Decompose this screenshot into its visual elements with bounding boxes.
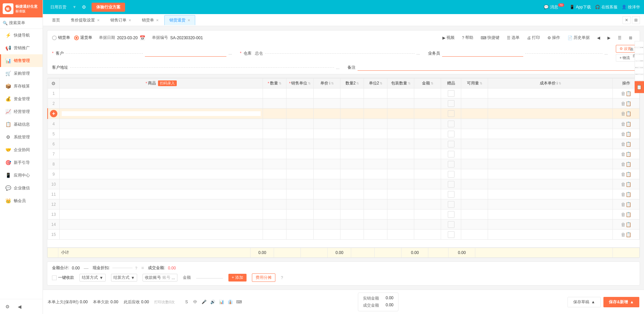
unit2-cell[interactable] bbox=[364, 159, 387, 169]
cost-price-cell[interactable] bbox=[488, 179, 613, 189]
pack-qty-cell[interactable] bbox=[387, 149, 414, 159]
amount-cell[interactable] bbox=[414, 99, 441, 109]
product-cell[interactable] bbox=[60, 179, 263, 189]
amount-cell[interactable] bbox=[414, 189, 441, 199]
qty-cell[interactable] bbox=[263, 109, 286, 119]
amount-cell[interactable] bbox=[414, 129, 441, 139]
gift-checkbox[interactable] bbox=[448, 221, 454, 228]
available-cell[interactable] bbox=[461, 109, 488, 119]
qty-cell[interactable] bbox=[263, 179, 286, 189]
discount-input[interactable] bbox=[112, 268, 132, 268]
cost-price-cell[interactable] bbox=[488, 109, 613, 119]
sidebar-item-basics[interactable]: 📋 基础信息 bbox=[0, 118, 43, 131]
customer-input[interactable] bbox=[145, 50, 226, 57]
unit2-cell[interactable] bbox=[364, 129, 387, 139]
amount-cell[interactable] bbox=[414, 169, 441, 179]
qty-cell[interactable] bbox=[263, 169, 286, 179]
account-select[interactable]: 收款账号 账号 ... bbox=[143, 274, 177, 281]
account-dotted-btn[interactable]: ... bbox=[172, 275, 175, 280]
unit-cell[interactable] bbox=[286, 88, 314, 99]
cost-price-cell[interactable] bbox=[488, 169, 613, 179]
gift-checkbox[interactable] bbox=[448, 211, 454, 218]
qty2-sort-icon[interactable]: ⇅ bbox=[356, 81, 359, 85]
save-draft-btn[interactable]: 保存草稿 ▲ bbox=[568, 297, 601, 307]
pack-qty-cell[interactable] bbox=[387, 199, 414, 209]
amount-cell[interactable] bbox=[414, 179, 441, 189]
qty-cell[interactable] bbox=[263, 189, 286, 199]
available-cell[interactable] bbox=[461, 139, 488, 149]
cost-price-cell[interactable] bbox=[488, 159, 613, 169]
cost-price-cell[interactable] bbox=[488, 99, 613, 109]
qty2-cell[interactable] bbox=[340, 109, 364, 119]
amount-cell[interactable] bbox=[414, 209, 441, 219]
gift-checkbox[interactable] bbox=[448, 131, 454, 137]
delete-icon[interactable]: 🗑 bbox=[621, 121, 626, 127]
gift-cell[interactable] bbox=[441, 88, 461, 99]
logistics-btn[interactable]: + 物流 bbox=[616, 54, 635, 62]
available-cell[interactable] bbox=[461, 159, 488, 169]
settings-btn[interactable]: ⚙ 设置 bbox=[616, 45, 635, 53]
qty-cell[interactable] bbox=[263, 149, 286, 159]
unit2-cell[interactable] bbox=[364, 230, 387, 240]
copy-icon[interactable]: 📋 bbox=[626, 182, 631, 187]
gift-checkbox[interactable] bbox=[448, 100, 454, 107]
unit-price-cell[interactable] bbox=[314, 159, 340, 169]
pack-qty-cell[interactable] bbox=[387, 99, 414, 109]
available-cell[interactable] bbox=[461, 179, 488, 189]
gift-checkbox[interactable] bbox=[448, 90, 454, 97]
amount-input[interactable] bbox=[196, 277, 223, 278]
amount-cell[interactable] bbox=[414, 88, 441, 99]
delete-icon[interactable]: 🗑 bbox=[621, 172, 626, 177]
pack-qty-cell[interactable] bbox=[387, 119, 414, 129]
qty-sort-icon[interactable]: ⇅ bbox=[279, 81, 281, 85]
nav-next-btn[interactable]: ▶ bbox=[605, 34, 613, 42]
unit-price-cell[interactable] bbox=[314, 99, 340, 109]
expense-btn[interactable]: 费用分摊 bbox=[252, 273, 275, 282]
sidebar-item-system[interactable]: ⚙ 系统管理 bbox=[0, 131, 43, 143]
nav-prev-btn[interactable]: ◀ bbox=[594, 34, 603, 42]
salesperson-input[interactable] bbox=[442, 50, 523, 57]
qty2-cell[interactable] bbox=[340, 129, 364, 139]
gift-checkbox[interactable] bbox=[448, 151, 454, 158]
custom-fields-btn[interactable]: 自定义 bbox=[635, 48, 644, 54]
available-cell[interactable] bbox=[461, 169, 488, 179]
tab-list-btn[interactable]: ✕ bbox=[623, 16, 631, 24]
amount-cell[interactable] bbox=[414, 119, 441, 129]
qty-cell[interactable] bbox=[263, 219, 286, 230]
unit-price-cell[interactable] bbox=[314, 149, 340, 159]
available-cell[interactable] bbox=[461, 209, 488, 219]
unit2-cell[interactable] bbox=[364, 189, 387, 199]
pack-qty-cell[interactable] bbox=[387, 109, 414, 119]
delete-icon[interactable]: 🗑 bbox=[621, 101, 626, 106]
qty-cell[interactable] bbox=[263, 88, 286, 99]
available-cell[interactable] bbox=[461, 149, 488, 159]
gift-checkbox[interactable] bbox=[448, 191, 454, 198]
delete-icon[interactable]: 🗑 bbox=[621, 232, 626, 237]
cost-price-sort-icon[interactable]: ⇅ bbox=[558, 81, 561, 85]
message-btn[interactable]: 💬 消息 70 bbox=[544, 4, 566, 10]
unit2-cell[interactable] bbox=[364, 149, 387, 159]
keyboard-icon[interactable]: ⌨ bbox=[235, 298, 243, 306]
product-cell[interactable] bbox=[60, 149, 263, 159]
search-menu-item[interactable]: 🔍 搜索菜单 bbox=[0, 17, 43, 29]
table-icon[interactable]: 📊 bbox=[218, 298, 225, 306]
shortcut-float-btn[interactable]: 快捷 bbox=[635, 75, 644, 81]
one-click-pay-checkbox[interactable] bbox=[52, 275, 57, 280]
expense-help-icon[interactable]: ? bbox=[281, 275, 283, 280]
qty-cell[interactable] bbox=[263, 199, 286, 209]
qty2-cell[interactable] bbox=[340, 179, 364, 189]
cost-price-cell[interactable] bbox=[488, 139, 613, 149]
unit-price-sort-icon[interactable]: ⇅ bbox=[331, 81, 334, 85]
qty2-cell[interactable] bbox=[340, 99, 364, 109]
gift-checkbox[interactable] bbox=[448, 161, 454, 168]
sidebar-item-marketing[interactable]: 📢 营销推广 bbox=[0, 42, 43, 54]
tab-sales-delivery[interactable]: 销货单 ✕ bbox=[137, 15, 164, 25]
settings-bottom-btn[interactable]: ⚙ bbox=[3, 302, 12, 311]
sidebar-item-sales[interactable]: 📊 销售管理 bbox=[0, 54, 43, 67]
sidebar-item-purchase[interactable]: 🛒 采购管理 bbox=[0, 67, 43, 80]
sidebar-item-finance[interactable]: 💰 资金管理 bbox=[0, 92, 43, 105]
gift-cell[interactable] bbox=[441, 129, 461, 139]
unit-cell[interactable] bbox=[286, 159, 314, 169]
unit2-cell[interactable] bbox=[364, 139, 387, 149]
cost-price-cell[interactable] bbox=[488, 88, 613, 99]
